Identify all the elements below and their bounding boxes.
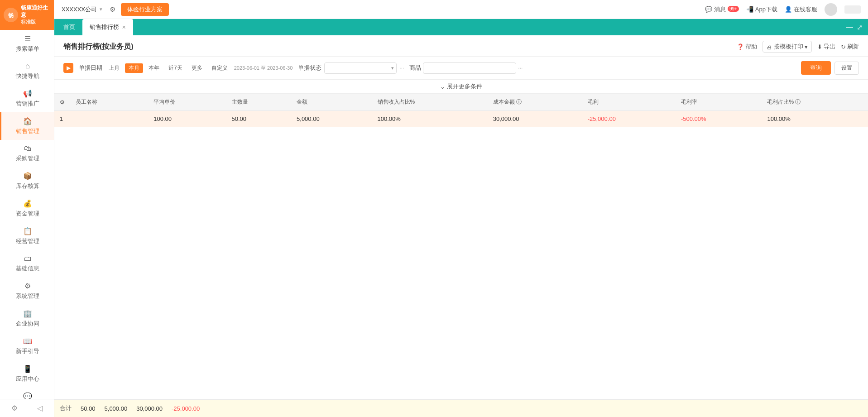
sidebar-item-inventory[interactable]: 📦 库存核算 <box>0 167 54 195</box>
sidebar-item-wechat[interactable]: 💬 企业微信 <box>0 388 54 399</box>
th-avg-price: 平均单价 <box>148 94 226 111</box>
table-empty-space <box>54 127 868 399</box>
td-gross-pct: 100.00% <box>762 111 868 127</box>
sidebar-collapse-btn[interactable]: ◁ <box>37 404 43 412</box>
goods-filter-group: 商品 ··· <box>409 62 523 74</box>
message-label: 消息 <box>714 5 726 14</box>
sidebar-item-search[interactable]: ☰ 搜索菜单 <box>0 30 54 58</box>
corp-icon: 🏢 <box>23 309 32 318</box>
sidebar-item-finance[interactable]: 💰 资金管理 <box>0 195 54 222</box>
sidebar-item-marketing[interactable]: 📢 营销推广 <box>0 85 54 112</box>
date-tab-7days[interactable]: 近7天 <box>165 63 186 73</box>
tab-controls: — ⤢ <box>846 23 866 32</box>
app-download-btn[interactable]: 📲 App下载 <box>746 5 777 14</box>
message-icon: 💬 <box>705 6 712 13</box>
date-tab-this-month[interactable]: 本月 <box>125 63 143 73</box>
sidebar-item-purchase-label: 采购管理 <box>16 154 39 163</box>
th-sales-pct: 销售收入占比% <box>372 94 488 111</box>
download-icon: 📲 <box>746 6 753 13</box>
goods-more-icon[interactable]: ··· <box>518 65 523 71</box>
tab-home[interactable]: 首页 <box>56 19 82 35</box>
date-tab-last-month[interactable]: 上月 <box>105 63 123 73</box>
date-tabs: 上月 本月 本年 近7天 更多 自定义 <box>105 63 231 73</box>
settings-button[interactable]: 设置 <box>834 62 859 75</box>
tab-minimize-icon[interactable]: — <box>846 23 853 31</box>
tab-sales-rank-label: 销售排行榜 <box>90 23 119 31</box>
sidebar-settings-btn[interactable]: ⚙ <box>11 404 18 412</box>
tab-close-icon[interactable]: ✕ <box>122 24 126 30</box>
export-icon: ⬇ <box>817 43 822 50</box>
status-select-wrap <box>324 62 397 74</box>
page-title: 销售排行榜(按业务员) <box>63 42 134 52</box>
td-amount: 5,000.00 <box>291 111 372 127</box>
filter-more-icon[interactable]: ··· <box>399 65 404 71</box>
home-icon: ⌂ <box>25 62 30 70</box>
print-chevron-icon: ▾ <box>805 43 808 50</box>
message-badge: 99+ <box>728 6 739 12</box>
th-qty: 主数量 <box>226 94 292 111</box>
sidebar-item-marketing-label: 营销推广 <box>16 100 39 108</box>
footer-qty-val: 50.00 <box>81 405 96 412</box>
sidebar-item-purchase[interactable]: 🛍 采购管理 <box>0 140 54 167</box>
message-btn[interactable]: 💬 消息 99+ <box>705 5 739 14</box>
sidebar-item-guide[interactable]: 📖 新手引导 <box>0 332 54 360</box>
filter-toggle-btn[interactable]: ▶ <box>63 63 73 73</box>
topbar-gear-btn[interactable]: ⚙ <box>110 5 115 14</box>
expand-more-btn[interactable]: ⌄ 展开更多条件 <box>440 82 482 91</box>
sidebar-item-guide-label: 新手引导 <box>16 347 39 355</box>
status-filter-label: 单据状态 <box>298 64 321 72</box>
data-table: ⚙ 员工名称 平均单价 主数量 金额 销售收入占比% 成本金额 ⓘ 毛利 毛利率… <box>54 94 868 127</box>
online-service-label: 在线客服 <box>794 5 817 14</box>
table-footer: 合计 50.00 5,000.00 30,000.00 -25,000.00 <box>54 399 868 417</box>
print-btn[interactable]: 🖨 按模板打印 ▾ <box>762 41 812 53</box>
sidebar-item-corp-label: 企业协同 <box>16 320 39 328</box>
page-header: 销售排行榜(按业务员) ❓ 帮助 🖨 按模板打印 ▾ ⬇ 导出 ↻ 刷新 <box>54 35 868 57</box>
sidebar-item-quick-nav[interactable]: ⌂ 快捷导航 <box>0 58 54 85</box>
sidebar-item-sales[interactable]: 🏠 销售管理 <box>0 112 54 140</box>
company-chevron-icon: ▾ <box>100 6 102 12</box>
online-service-btn[interactable]: 👤 在线客服 <box>785 5 817 14</box>
date-tab-this-year[interactable]: 本年 <box>145 63 163 73</box>
topbar: XXXXXX公司 ▾ ⚙ 体验行业方案 💬 消息 99+ 📲 App下载 👤 在… <box>54 0 868 19</box>
sidebar-item-system-label: 系统管理 <box>16 292 39 300</box>
sidebar-item-apps-label: 应用中心 <box>16 375 39 383</box>
help-btn[interactable]: ❓ 帮助 <box>737 43 757 51</box>
tab-maximize-icon[interactable]: ⤢ <box>857 23 863 32</box>
goods-input[interactable] <box>423 62 516 74</box>
user-avatar[interactable] <box>825 3 837 16</box>
user-name-btn[interactable] <box>844 5 861 14</box>
date-tab-more[interactable]: 更多 <box>188 63 206 73</box>
sidebar-item-corp[interactable]: 🏢 企业协同 <box>0 305 54 332</box>
filter-bar: ▶ 单据日期 上月 本月 本年 近7天 更多 自定义 2023-06-01 至 … <box>54 57 868 80</box>
export-btn[interactable]: ⬇ 导出 <box>817 43 835 51</box>
company-selector[interactable]: XXXXXX公司 ▾ <box>62 5 102 14</box>
footer-gross-val: -25,000.00 <box>172 405 200 412</box>
sidebar-item-sales-label: 销售管理 <box>16 127 39 135</box>
wechat-icon: 💬 <box>23 392 32 399</box>
print-icon: 🖨 <box>767 43 772 50</box>
date-tab-custom[interactable]: 自定义 <box>208 63 231 73</box>
refresh-btn[interactable]: ↻ 刷新 <box>841 43 859 51</box>
sidebar-item-system[interactable]: ⚙ 系统管理 <box>0 277 54 305</box>
tab-sales-rank[interactable]: 销售排行榜 ✕ <box>82 19 133 35</box>
data-table-wrap: ⚙ 员工名称 平均单价 主数量 金额 销售收入占比% 成本金额 ⓘ 毛利 毛利率… <box>54 94 868 417</box>
footer-cost-cell: 30,000.00 <box>136 404 163 412</box>
th-settings: ⚙ <box>54 94 70 111</box>
sidebar: 畅 畅康通好生意 标准版 ☰ 搜索菜单 ⌂ 快捷导航 📢 营销推广 🏠 销售管理… <box>0 0 54 417</box>
logo-text: 畅康通好生意 <box>21 5 50 19</box>
search-icon: ☰ <box>24 34 31 43</box>
trial-button[interactable]: 体验行业方案 <box>121 3 169 16</box>
th-gross: 毛利 <box>582 94 676 111</box>
query-button[interactable]: 查询 <box>801 61 831 75</box>
sidebar-item-apps[interactable]: 📱 应用中心 <box>0 360 54 388</box>
svg-text:畅: 畅 <box>8 12 14 18</box>
expand-chevron-icon: ⌄ <box>440 83 445 90</box>
main-content: XXXXXX公司 ▾ ⚙ 体验行业方案 💬 消息 99+ 📲 App下载 👤 在… <box>54 0 868 417</box>
footer-qty-cell: 50.00 <box>81 404 96 412</box>
footer-label-cell: 合计 <box>60 404 72 412</box>
sidebar-item-base[interactable]: 🗃 基础信息 <box>0 250 54 277</box>
sidebar-item-ops[interactable]: 📋 经营管理 <box>0 222 54 250</box>
td-avg-price: 100.00 <box>148 111 226 127</box>
status-select[interactable] <box>324 62 397 74</box>
status-filter-group: 单据状态 ··· <box>298 62 404 74</box>
